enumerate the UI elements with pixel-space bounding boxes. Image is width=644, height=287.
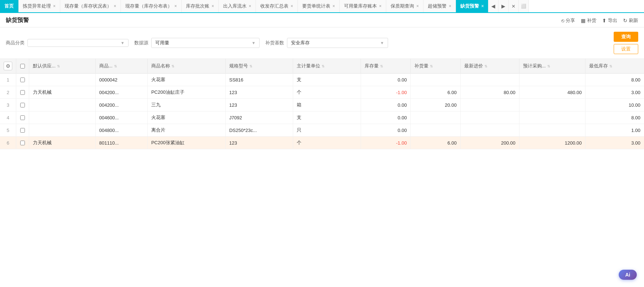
row-checkbox-1[interactable]: [20, 78, 25, 82]
tab-available-ledger[interactable]: 可用量库存账本 ×: [340, 0, 386, 12]
tab-close-recv-summary[interactable]: ×: [291, 4, 293, 8]
th-unit-sort[interactable]: 主计量单位 ⇅: [297, 63, 357, 69]
tab-close-all-btn[interactable]: ✕: [509, 0, 519, 12]
refresh-icon: ↻: [623, 18, 627, 23]
sort-icon-unit: ⇅: [322, 64, 325, 68]
tab-expiry-query[interactable]: 保质期查询 ×: [386, 0, 423, 12]
cell-checkbox-1: [16, 74, 29, 86]
sort-icon-replenish: ⇅: [430, 64, 433, 68]
datasource-select[interactable]: 可用量 ▼: [151, 38, 260, 48]
cell-checkbox-3: [16, 99, 29, 111]
settings-button[interactable]: 设置: [614, 44, 638, 54]
tab-close-inventory-dist[interactable]: ×: [174, 4, 177, 8]
table-row: 3004200...三九123箱0.0020.0010.00: [0, 99, 644, 111]
select-all-checkbox[interactable]: [20, 64, 25, 69]
category-filter-group: 商品分类 ▼: [6, 39, 129, 47]
tab-close-batch-account[interactable]: ×: [212, 4, 214, 8]
row-checkbox-3[interactable]: [20, 103, 25, 107]
row-checkbox-5[interactable]: [20, 128, 25, 133]
sort-icon-code: ⇅: [114, 64, 117, 68]
export-button[interactable]: ⬆ 导出: [602, 17, 617, 24]
cell-min-stock-5: 1.00: [586, 124, 644, 137]
tab-inout-flow[interactable]: 出入库流水 ×: [219, 0, 256, 12]
table-row: 6力天机械801110...PC200张紧油缸123个-1.006.00200.…: [0, 137, 644, 149]
tab-inventory-status[interactable]: 现存量（库存状况表） ×: [60, 0, 121, 12]
th-replenish-sort[interactable]: 补货量 ⇅: [414, 63, 457, 69]
th-min-stock: 最低库存 ⇅: [586, 59, 644, 74]
row-checkbox-6[interactable]: [20, 141, 25, 145]
th-stock-sort[interactable]: 库存量 ⇅: [365, 63, 407, 69]
cell-supplier-5: [29, 124, 96, 137]
tab-prev-btn[interactable]: ◀: [488, 0, 499, 12]
tab-close-demand-stat[interactable]: ×: [332, 4, 335, 8]
th-latest-price-sort[interactable]: 最新进价 ⇅: [464, 63, 515, 69]
tab-label-abnormal: 拣货异常处理: [23, 3, 51, 9]
th-product-code-sort[interactable]: 商品... ⇅: [99, 63, 144, 69]
row-checkbox-4[interactable]: [20, 115, 25, 120]
query-button[interactable]: 查询: [614, 32, 638, 42]
tab-close-available-ledger[interactable]: ×: [379, 4, 382, 8]
cell-spec-5: DS250*23c...: [225, 124, 293, 137]
cell-product-name-4: 火花塞: [147, 111, 225, 124]
th-min-stock-sort[interactable]: 最低库存 ⇅: [589, 63, 640, 69]
cell-checkbox-4: [16, 111, 29, 124]
category-select[interactable]: ▼: [27, 39, 129, 47]
th-spec-sort[interactable]: 规格型号 ⇅: [229, 63, 289, 69]
cell-product-code-2: 004200...: [95, 86, 147, 99]
tab-batch-account[interactable]: 库存批次账 ×: [182, 0, 219, 12]
cell-spec-4: J7092: [225, 111, 293, 124]
sort-icon-name: ⇅: [171, 64, 174, 68]
row-checkbox-2[interactable]: [20, 90, 25, 95]
tab-home[interactable]: 首页: [0, 0, 18, 12]
th-estimated-purchase-sort[interactable]: 预计采购... ⇅: [523, 63, 582, 69]
th-product-code-label: 商品...: [99, 63, 113, 69]
th-estimated-purchase-label: 预计采购...: [523, 63, 546, 69]
tab-demand-stat[interactable]: 要货单统计表 ×: [298, 0, 340, 12]
cell-replenish-5: [410, 124, 460, 137]
cell-est-purchase-4: [519, 111, 586, 124]
tab-recv-summary[interactable]: 收发存汇总表 ×: [256, 0, 298, 12]
replenish-base-select[interactable]: 安全库存 ▼: [287, 38, 388, 48]
ai-badge[interactable]: Ai: [619, 270, 637, 280]
share-button[interactable]: ⎋ 分享: [561, 17, 575, 24]
cell-index-5: 5: [0, 124, 16, 137]
tab-close-shortage[interactable]: ×: [481, 4, 484, 8]
cell-spec-6: 123: [225, 137, 293, 149]
column-settings-button[interactable]: ⚙: [4, 62, 12, 70]
cell-latest-price-2: 80.00: [460, 86, 519, 99]
tab-restore-btn[interactable]: ⬜: [519, 0, 529, 12]
cell-product-name-6: PC200张紧油缸: [147, 137, 225, 149]
tab-inventory-dist[interactable]: 现存量（库存分布表） ×: [121, 0, 182, 12]
tab-shortage[interactable]: 缺货预警 ×: [456, 0, 488, 12]
table-body: 10000042火花塞SS816支0.008.002力天机械004200...P…: [0, 74, 644, 149]
cell-stock-3: 0.00: [361, 99, 410, 111]
tab-next-btn[interactable]: ▶: [499, 0, 509, 12]
tab-close-inventory-status[interactable]: ×: [114, 4, 116, 8]
refresh-button[interactable]: ↻ 刷新: [623, 17, 638, 24]
category-chevron-icon: ▼: [121, 41, 125, 45]
cell-replenish-3: 20.00: [410, 99, 460, 111]
tab-overstock[interactable]: 超储预警 ×: [423, 0, 456, 12]
replenish-button[interactable]: ▦ 补货: [581, 17, 596, 24]
tab-close-abnormal[interactable]: ×: [53, 4, 56, 8]
tab-label-expiry-query: 保质期查询: [391, 3, 414, 9]
share-label: 分享: [566, 17, 575, 24]
tab-label-recv-summary: 收发存汇总表: [260, 3, 288, 9]
tab-close-overstock[interactable]: ×: [449, 4, 451, 8]
tab-label-available-ledger: 可用量库存账本: [344, 3, 377, 9]
cell-est-purchase-6: 1200.00: [519, 137, 586, 149]
tab-close-expiry-query[interactable]: ×: [416, 4, 419, 8]
sort-icon-spec: ⇅: [249, 64, 252, 68]
share-icon: ⎋: [561, 18, 564, 23]
cell-checkbox-5: [16, 124, 29, 137]
tab-label-shortage: 缺货预警: [460, 3, 479, 9]
th-default-supplier-sort[interactable]: 默认供应... ⇅: [33, 63, 92, 69]
replenish-base-filter-group: 补货基数 安全库存 ▼: [265, 38, 388, 48]
cell-product-code-5: 004800...: [95, 124, 147, 137]
cell-unit-4: 支: [293, 111, 361, 124]
th-product-name-sort[interactable]: 商品名称 ⇅: [151, 63, 222, 69]
tab-abnormal[interactable]: 拣货异常处理 ×: [18, 0, 60, 12]
table-container: ⚙ 默认供应... ⇅: [0, 59, 644, 149]
tab-label-inventory-status: 现存量（库存状况表）: [65, 3, 112, 9]
tab-close-inout-flow[interactable]: ×: [249, 4, 251, 8]
